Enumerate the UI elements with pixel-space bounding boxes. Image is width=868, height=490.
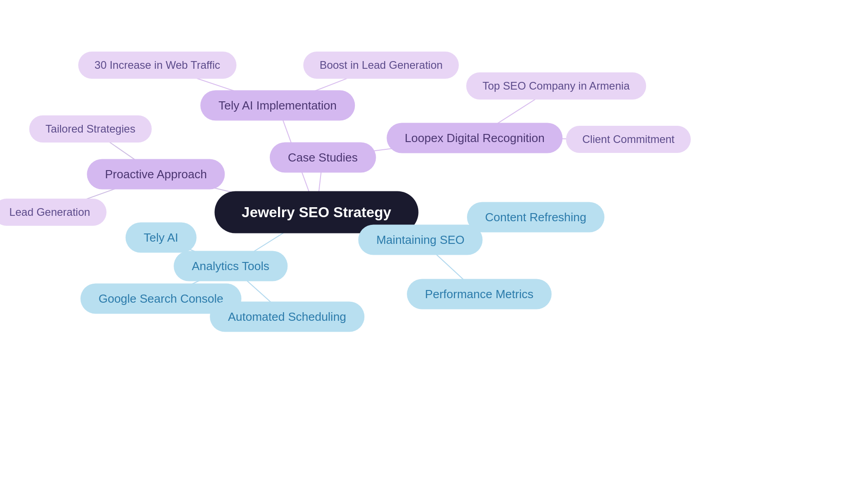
- svg-line-2: [278, 65, 381, 105]
- svg-line-12: [161, 266, 231, 299]
- svg-line-6: [475, 138, 628, 139]
- svg-line-4: [323, 138, 475, 157]
- svg-line-8: [90, 129, 156, 174]
- svg-line-16: [420, 240, 479, 294]
- svg-line-7: [156, 174, 316, 212]
- svg-line-10: [231, 212, 316, 266]
- svg-line-5: [475, 86, 556, 138]
- svg-line-9: [50, 174, 156, 212]
- svg-line-13: [231, 266, 287, 317]
- svg-line-15: [420, 217, 536, 240]
- svg-line-14: [316, 212, 420, 240]
- mind-map-canvas: [0, 0, 868, 490]
- svg-line-1: [157, 65, 278, 105]
- svg-line-0: [278, 105, 316, 212]
- svg-line-3: [316, 157, 323, 212]
- svg-line-11: [161, 238, 231, 266]
